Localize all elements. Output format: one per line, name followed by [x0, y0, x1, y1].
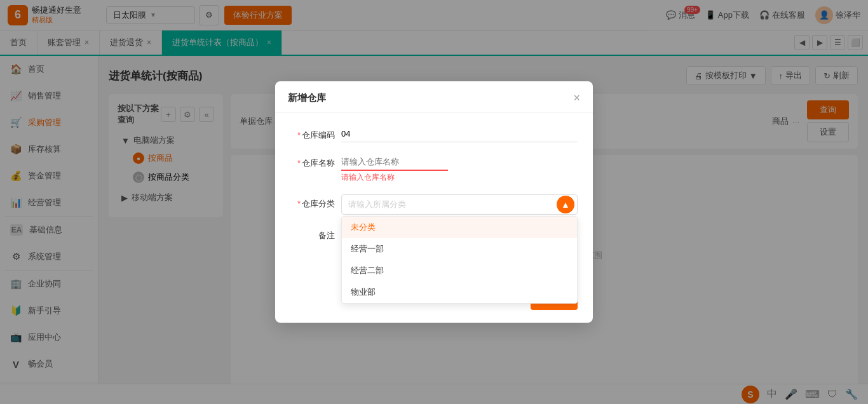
warehouse-name-error: 请输入仓库名称	[341, 172, 448, 183]
warehouse-code-label: *仓库编码	[290, 126, 335, 141]
warehouse-name-wrapper: 请输入仓库名称	[341, 154, 448, 183]
form-row-category: *仓库分类 请输入所属分类 ▲ 未分类 经营一部	[290, 194, 578, 215]
form-row-name: *仓库名称 请输入仓库名称	[290, 154, 578, 183]
dialog-overlay: 新增仓库 × *仓库编码 *仓库名称 请输入仓库名称	[0, 0, 868, 404]
dropdown-option-dept2[interactable]: 经营二部	[342, 260, 577, 281]
warehouse-name-label: *仓库名称	[290, 154, 335, 169]
warehouse-name-input[interactable]	[341, 154, 448, 171]
warehouse-category-label: *仓库分类	[290, 194, 335, 210]
category-placeholder: 请输入所属分类	[348, 199, 406, 210]
category-dropdown-wrapper: 请输入所属分类 ▲ 未分类 经营一部 经营二部	[341, 194, 578, 215]
required-star-code: *	[297, 130, 301, 140]
warehouse-code-input[interactable]	[341, 126, 578, 142]
dialog-header: 新增仓库 ×	[275, 81, 593, 113]
dialog-body: *仓库编码 *仓库名称 请输入仓库名称	[275, 113, 593, 282]
required-star-name: *	[297, 158, 301, 168]
dropdown-option-dept3[interactable]: 物业部	[342, 281, 577, 303]
dropdown-arrow-icon: ▲	[557, 196, 574, 213]
dropdown-option-dept1[interactable]: 经营一部	[342, 238, 577, 260]
dropdown-option-none[interactable]: 未分类	[342, 217, 577, 238]
required-star-cat: *	[297, 199, 301, 208]
new-warehouse-dialog: 新增仓库 × *仓库编码 *仓库名称 请输入仓库名称	[275, 81, 593, 323]
dialog-close-button[interactable]: ×	[573, 91, 580, 105]
category-dropdown-list: 未分类 经营一部 经营二部 物业部	[341, 216, 578, 304]
note-label: 备注	[290, 226, 335, 241]
category-dropdown[interactable]: 请输入所属分类 ▲	[341, 194, 578, 215]
dialog-title: 新增仓库	[288, 92, 326, 104]
form-row-code: *仓库编码	[290, 126, 578, 142]
